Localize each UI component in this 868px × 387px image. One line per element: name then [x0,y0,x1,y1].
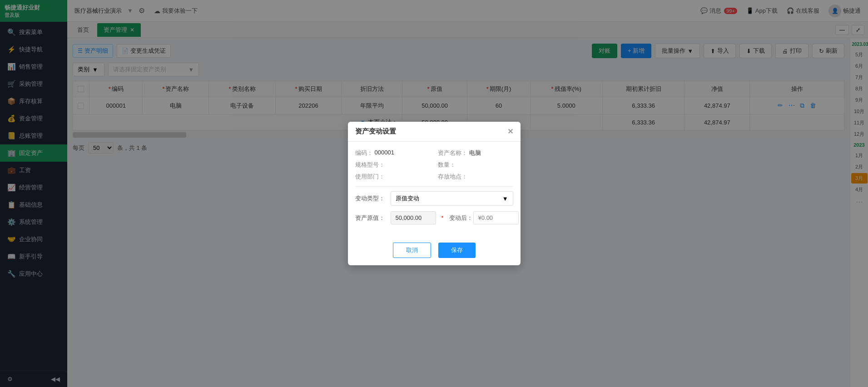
cancel-button[interactable]: 取消 [393,243,431,258]
save-button[interactable]: 保存 [438,243,476,258]
original-value-label: 资产原值： [355,214,387,222]
modal-header: 资产变动设置 ✕ [348,122,521,142]
chevron-down-icon: ▼ [502,195,508,202]
value-row: 资产原值： 50,000.00 * 变动后： [355,211,513,224]
modal-code-field: 编码： 000001 [355,149,431,157]
modal-spec-field: 规格型号： [355,161,431,169]
modal-quantity-field: 数量： [438,161,513,169]
modal-overlay[interactable]: 资产变动设置 ✕ 编码： 000001 资产名称： 电脑 规格型号： 数 [0,0,868,387]
change-type-select[interactable]: 原值变动 ▼ [391,191,513,206]
after-change-input[interactable] [473,211,519,224]
modal-location-field: 存放地点： [438,173,513,181]
required-star: * [441,214,444,221]
after-change-label: 变动后： [449,214,470,222]
modal-actions: 取消 保存 [348,237,521,265]
modal-divider [355,186,513,187]
modal-info-grid: 编码： 000001 资产名称： 电脑 规格型号： 数量： 使用部门： [355,149,513,181]
asset-change-modal: 资产变动设置 ✕ 编码： 000001 资产名称： 电脑 规格型号： 数 [348,122,521,265]
change-type-value: 原值变动 [396,194,419,203]
modal-asset-name-field: 资产名称： 电脑 [438,149,513,157]
modal-code-value: 000001 [375,149,394,157]
modal-department-field: 使用部门： [355,173,431,181]
modal-body: 编码： 000001 资产名称： 电脑 规格型号： 数量： 使用部门： [348,142,521,237]
modal-close-btn[interactable]: ✕ [507,127,513,136]
change-type-label: 变动类型： [355,194,387,203]
modal-title: 资产变动设置 [355,127,396,136]
modal-asset-name-value: 电脑 [469,149,481,157]
original-value-display: 50,000.00 [391,211,436,224]
change-type-row: 变动类型： 原值变动 ▼ [355,191,513,206]
